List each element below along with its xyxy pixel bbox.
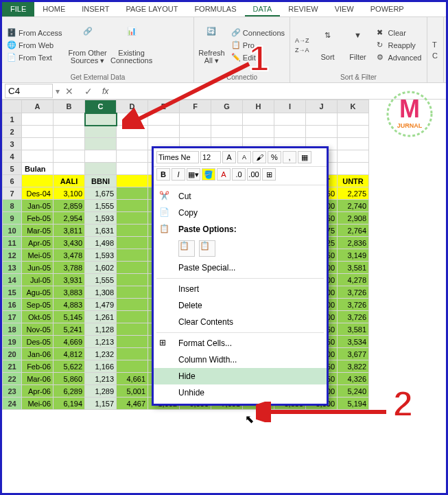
cell[interactable]: 1,479 — [85, 299, 117, 311]
cell[interactable]: 2,740 — [338, 200, 369, 212]
cell[interactable]: 3,149 — [338, 249, 369, 262]
cell[interactable]: 1,232 — [85, 348, 117, 360]
cell[interactable]: 3,581 — [338, 323, 369, 336]
row-15[interactable]: 15 — [3, 286, 22, 299]
ctx-copy[interactable]: 📄Copy — [154, 205, 327, 221]
clear-filter[interactable]: ✖Clear — [375, 27, 424, 38]
cell[interactable]: Agu-05 — [22, 286, 54, 299]
cell[interactable]: Apr-05 — [22, 237, 54, 249]
font-size[interactable] — [200, 151, 221, 163]
cell[interactable]: 1,308 — [85, 286, 117, 299]
cell[interactable]: 2,859 — [54, 200, 85, 212]
cell[interactable]: 4,812 — [54, 348, 85, 360]
text-to-columns[interactable]: T — [430, 40, 440, 49]
cell[interactable]: Nov-05 — [22, 323, 54, 336]
cell[interactable]: 4,669 — [54, 336, 85, 348]
col-i[interactable]: I — [274, 100, 306, 113]
row-11[interactable]: 11 — [3, 237, 22, 249]
fill-color-icon[interactable]: 🪣 — [202, 168, 215, 181]
cell[interactable]: 3,726 — [338, 311, 369, 323]
italic-icon[interactable]: I — [172, 168, 185, 181]
ctx-unhide[interactable]: Unhide — [154, 384, 327, 401]
reapply-filter[interactable]: ↻Reapply — [375, 40, 424, 51]
cell[interactable]: Jan-05 — [22, 200, 54, 212]
tab-powerp[interactable]: POWERP — [362, 2, 412, 16]
cell[interactable]: 4,326 — [338, 373, 369, 385]
cell[interactable]: 3,883 — [54, 286, 85, 299]
cell[interactable]: 2,836 — [338, 237, 369, 249]
cell[interactable]: 3,677 — [338, 348, 369, 360]
from-access[interactable]: 🗄️From Access — [5, 27, 64, 38]
cell[interactable]: 5,860 — [54, 373, 85, 385]
cell[interactable]: Feb-05 — [22, 212, 54, 225]
cell[interactable]: 1,631 — [85, 225, 117, 237]
cell[interactable]: 4,278 — [338, 274, 369, 286]
row-24[interactable]: 24 — [3, 398, 22, 410]
shrink-font-icon[interactable]: A — [237, 151, 251, 163]
cell[interactable]: 2,908 — [338, 212, 369, 225]
hdr-aali[interactable]: AALI — [54, 175, 85, 187]
row-22[interactable]: 22 — [3, 373, 22, 385]
cell[interactable]: 5,001 — [117, 385, 148, 398]
tab-data[interactable]: DATA — [245, 2, 281, 16]
cell[interactable]: 1,593 — [85, 249, 117, 262]
paste-values-icon[interactable]: 📋 — [199, 240, 215, 257]
row-5[interactable]: 5 — [3, 163, 22, 175]
cell[interactable]: Des-04 — [22, 187, 54, 200]
col-a[interactable]: A — [22, 100, 54, 113]
cell[interactable]: 5,240 — [338, 385, 369, 398]
cell[interactable]: 3,726 — [338, 286, 369, 299]
tab-formulas[interactable]: FORMULAS — [186, 2, 244, 16]
cell[interactable]: 3,822 — [338, 360, 369, 373]
cell[interactable]: 1,555 — [85, 200, 117, 212]
name-box[interactable] — [5, 84, 53, 98]
font-color-icon[interactable]: A — [217, 168, 231, 181]
col-b[interactable]: B — [54, 100, 85, 113]
comma-icon[interactable]: , — [283, 151, 296, 163]
cell[interactable]: Sep-05 — [22, 299, 54, 311]
row-1[interactable]: 1 — [3, 113, 22, 126]
from-web[interactable]: 🌐From Web — [5, 40, 64, 51]
row-8[interactable]: 8 — [3, 200, 22, 212]
cell[interactable]: 2,954 — [54, 212, 85, 225]
cell[interactable]: 1,602 — [85, 262, 117, 274]
cell[interactable]: Mei-05 — [22, 249, 54, 262]
sort[interactable]: ⇅Sort — [314, 19, 342, 72]
tab-pagelayout[interactable]: PAGE LAYOUT — [117, 2, 186, 16]
cell[interactable]: 1,213 — [85, 373, 117, 385]
cell[interactable]: 3,726 — [338, 299, 369, 311]
ctx-colwidth[interactable]: Column Width... — [154, 352, 327, 368]
hdr-bbni[interactable]: BBNI — [85, 175, 117, 187]
row-17[interactable]: 17 — [3, 311, 22, 323]
cell[interactable]: 6,194 — [54, 398, 85, 410]
hdr-untr[interactable]: UNTR — [338, 175, 369, 187]
row-14[interactable]: 14 — [3, 274, 22, 286]
cell[interactable]: 1,166 — [85, 360, 117, 373]
cell[interactable]: Okt-05 — [22, 311, 54, 323]
row-9[interactable]: 9 — [3, 212, 22, 225]
row-20[interactable]: 20 — [3, 348, 22, 360]
sort-za[interactable]: Z→A — [293, 46, 311, 54]
cell[interactable]: Jun-05 — [22, 262, 54, 274]
border-icon[interactable]: ▦ — [298, 151, 311, 163]
ctx-insert[interactable]: Insert — [154, 281, 327, 297]
cell[interactable]: 1,555 — [85, 274, 117, 286]
ctx-pastespecial[interactable]: Paste Special... — [154, 260, 327, 276]
cancel-icon[interactable]: ✕ — [60, 86, 79, 97]
fx-icon[interactable]: fx — [98, 87, 113, 96]
select-all-corner[interactable] — [3, 100, 22, 113]
tab-file[interactable]: FILE — [2, 2, 34, 16]
col-k[interactable]: K — [338, 100, 369, 113]
cell[interactable]: 1,128 — [85, 323, 117, 336]
cell[interactable]: 6,289 — [54, 385, 85, 398]
cell[interactable]: Mar-05 — [22, 225, 54, 237]
row-16[interactable]: 16 — [3, 299, 22, 311]
confirm-icon[interactable]: ✓ — [79, 86, 98, 97]
sort-az[interactable]: A→Z — [293, 36, 311, 45]
cell[interactable]: 3,430 — [54, 237, 85, 249]
cell[interactable]: 4,467 — [117, 398, 148, 410]
merge-icon[interactable]: ⊞ — [262, 168, 276, 181]
row-13[interactable]: 13 — [3, 262, 22, 274]
row-2[interactable]: 2 — [3, 126, 22, 138]
cell[interactable]: Jul-05 — [22, 274, 54, 286]
